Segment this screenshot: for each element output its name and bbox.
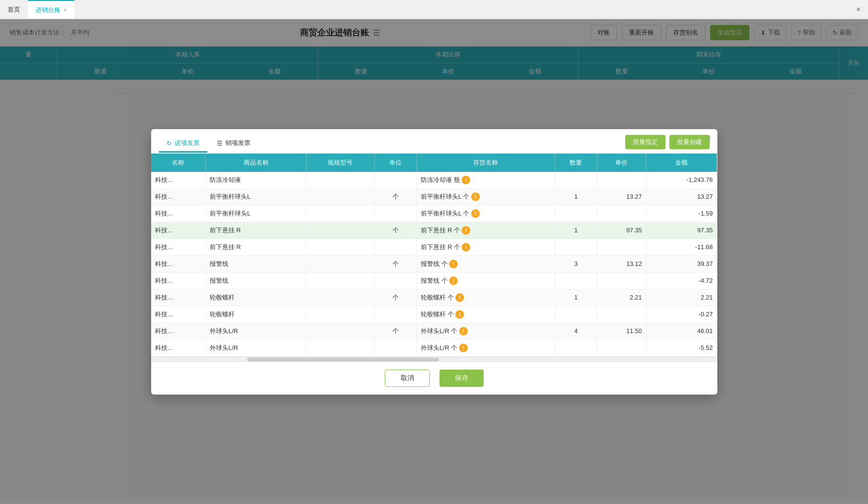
table-cell: 科技… [151,205,206,222]
table-cell: 防冻冷却液 [206,172,307,189]
table-cell: -4.72 [646,272,717,289]
table-cell: 13.27 [597,188,646,205]
inventory-name: 外球头L/R 个 [421,327,457,335]
table-cell: 外球头L/R 个 ! [417,339,555,356]
table-cell: 1 [555,222,597,239]
table-cell [555,239,597,255]
table-cell [307,272,375,289]
tab-label: 进销台账 [36,6,60,14]
table-cell: 前平衡杆球头L 个 ! [417,205,555,222]
invoice-table: 名称 商品名称 规格型号 单位 存货名称 数量 单价 金额 科技…防冻冷却液防冻… [151,154,717,357]
table-cell: 科技… [151,255,206,272]
col-header-amount: 金额 [646,154,717,172]
warning-icon: ! [471,192,480,201]
modal-close-button[interactable]: × [706,134,712,144]
table-cell: 科技… [151,306,206,323]
col-header-qty: 数量 [555,154,597,172]
table-cell: 报警线 [206,255,307,272]
modal-table-wrap[interactable]: 名称 商品名称 规格型号 单位 存货名称 数量 单价 金额 科技…防冻冷却液防冻… [151,154,717,357]
inventory-name: 防冻冷却液 瓶 [421,176,460,183]
inventory-name: 报警线 个 [421,260,448,267]
tab-close-icon[interactable]: × [63,7,67,13]
table-cell: -1.59 [646,205,717,222]
warning-icon: ! [459,344,468,352]
table-cell: 13.27 [646,188,717,205]
table-header-row: 名称 商品名称 规格型号 单位 存货名称 数量 单价 金额 [151,154,717,172]
modal-dialog: ↻ 进项发票 ☰ 销项发票 批量指定 批量创建 × 名称 商品名称 规格型号 [151,129,717,395]
table-cell: 科技… [151,339,206,356]
table-cell: 前下悬挂 R 个 ! [417,239,555,255]
table-cell [307,323,375,339]
table-cell [597,272,646,289]
table-cell: 科技… [151,272,206,289]
table-cell: 轮毂螺杆 [206,306,307,323]
warning-icon: ! [471,209,480,218]
table-cell: 97.35 [646,222,717,239]
table-cell [555,172,597,189]
table-cell: 轮毂螺杆 个 ! [417,289,555,306]
table-cell: -1,243.76 [646,172,717,189]
modal-overlay: ↻ 进项发票 ☰ 销项发票 批量指定 批量创建 × 名称 商品名称 规格型号 [0,19,868,504]
table-cell: 科技… [151,222,206,239]
horizontal-scrollbar[interactable] [151,357,717,361]
table-cell [374,306,416,323]
table-row: 科技…轮毂螺杆轮毂螺杆 个 !-0.27 [151,306,717,323]
table-cell: 2.21 [597,289,646,306]
warning-icon: ! [462,243,470,252]
table-row: 科技…前下悬挂 R前下悬挂 R 个 !-11.68 [151,239,717,255]
save-button[interactable]: 保存 [440,370,484,387]
table-row: 科技…外球头L/R外球头L/R 个 !-5.52 [151,339,717,356]
table-cell: 防冻冷却液 瓶 ! [417,172,555,189]
warning-icon: ! [455,293,464,302]
batch-create-button[interactable]: 批量创建 [669,135,710,149]
col-header-inventory: 存货名称 [417,154,555,172]
tab-income[interactable]: ↻ 进项发票 [159,135,207,153]
table-cell: 1 [555,289,597,306]
modal-header: ↻ 进项发票 ☰ 销项发票 批量指定 批量创建 [151,129,717,154]
income-tab-icon: ↻ [166,140,172,147]
table-cell: -5.52 [646,339,717,356]
table-cell [597,339,646,356]
table-row: 科技…报警线报警线 个 !-4.72 [151,272,717,289]
table-cell: 科技… [151,188,206,205]
cancel-button[interactable]: 取消 [385,370,430,387]
table-cell: 报警线 个 ! [417,255,555,272]
modal-footer: 取消 保存 [151,361,717,395]
table-cell [555,339,597,356]
table-cell: 前平衡杆球头L [206,205,307,222]
table-cell [307,289,375,306]
batch-assign-button[interactable]: 批量指定 [625,135,666,149]
warning-icon: ! [462,176,470,184]
table-cell: 个 [374,255,416,272]
table-cell: 3 [555,255,597,272]
table-row: 科技…前平衡杆球头L个前平衡杆球头L 个 !113.2713.27 [151,188,717,205]
table-cell [374,205,416,222]
table-cell: 4 [555,323,597,339]
table-cell: 外球头L/R [206,323,307,339]
inventory-name: 前下悬挂 R 个 [421,243,460,251]
top-nav: 首页 进销台账 × × [0,0,868,19]
inventory-name: 前平衡杆球头L 个 [421,210,469,217]
table-cell [374,339,416,356]
table-cell [597,306,646,323]
table-cell: 外球头L/R 个 ! [417,323,555,339]
modal-header-actions: 批量指定 批量创建 [625,135,710,153]
table-cell [307,188,375,205]
table-cell: 科技… [151,239,206,255]
table-row: 科技…轮毂螺杆个轮毂螺杆 个 !12.212.21 [151,289,717,306]
table-cell [374,239,416,255]
nav-home[interactable]: 首页 [0,0,28,19]
table-cell [374,172,416,189]
tab-sales[interactable]: ☰ 销项发票 [209,135,258,153]
warning-icon: ! [459,327,468,336]
table-cell: 个 [374,289,416,306]
table-cell [597,239,646,255]
window-close-button[interactable]: × [849,0,868,19]
warning-icon: ! [449,260,458,268]
table-row: 科技…外球头L/R个外球头L/R 个 !411.5046.01 [151,323,717,339]
home-label: 首页 [8,5,20,14]
table-cell: 科技… [151,172,206,189]
table-cell [307,306,375,323]
table-cell: 个 [374,188,416,205]
nav-tab-active[interactable]: 进销台账 × [28,0,74,19]
